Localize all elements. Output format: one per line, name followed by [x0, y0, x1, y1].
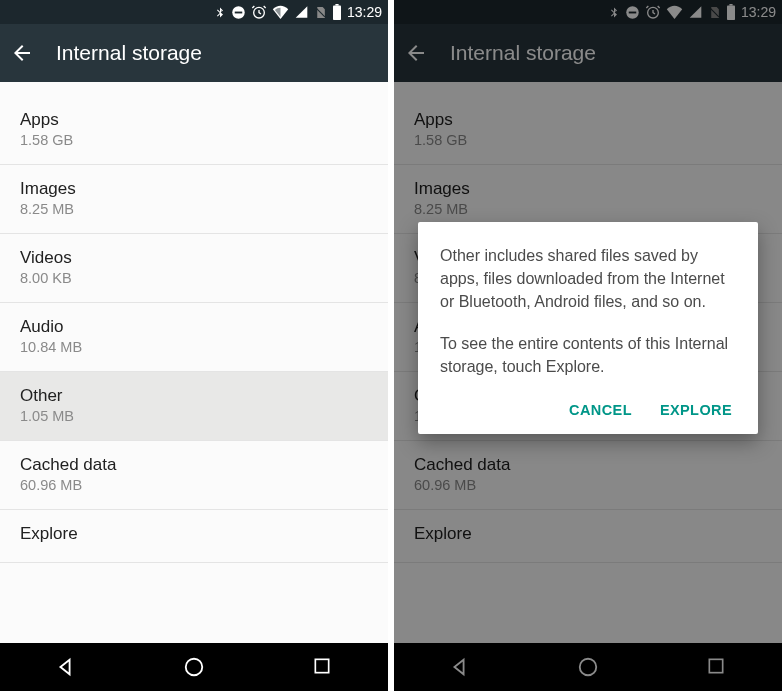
- back-icon[interactable]: [10, 41, 34, 65]
- nav-recent-icon[interactable]: [312, 656, 334, 678]
- row-title: Images: [20, 179, 368, 199]
- row-sub: 8.25 MB: [20, 201, 368, 217]
- phone-right: 13:29 Internal storage Apps1.58 GB Image…: [394, 0, 782, 691]
- cancel-button[interactable]: CANCEL: [569, 402, 632, 418]
- alarm-icon: [251, 4, 267, 20]
- bluetooth-icon: [214, 5, 226, 20]
- svg-rect-4: [335, 4, 338, 6]
- clock-text: 13:29: [347, 4, 382, 20]
- svg-point-5: [186, 659, 203, 676]
- svg-rect-3: [333, 6, 341, 20]
- nav-home-icon[interactable]: [183, 656, 205, 678]
- wifi-icon: [272, 5, 289, 19]
- page-title: Internal storage: [56, 41, 202, 65]
- row-title: Audio: [20, 317, 368, 337]
- row-videos[interactable]: Videos8.00 KB: [0, 234, 388, 303]
- dnd-icon: [231, 5, 246, 20]
- dialog-text-2: To see the entire contents of this Inter…: [440, 332, 736, 378]
- row-images[interactable]: Images8.25 MB: [0, 165, 388, 234]
- status-bar: 13:29: [0, 0, 388, 24]
- row-sub: 60.96 MB: [20, 477, 368, 493]
- row-title: Explore: [20, 524, 368, 544]
- row-sub: 8.00 KB: [20, 270, 368, 286]
- svg-rect-1: [235, 11, 243, 13]
- dialog-actions: CANCEL EXPLORE: [440, 396, 736, 424]
- other-info-dialog: Other includes shared files saved by app…: [418, 222, 758, 434]
- storage-list: Apps1.58 GB Images8.25 MB Videos8.00 KB …: [0, 82, 388, 643]
- row-apps[interactable]: Apps1.58 GB: [0, 96, 388, 165]
- no-sim-icon: [314, 5, 327, 20]
- row-explore[interactable]: Explore: [0, 510, 388, 563]
- svg-rect-6: [316, 659, 329, 672]
- signal-icon: [294, 5, 309, 19]
- row-title: Cached data: [20, 455, 368, 475]
- row-sub: 1.05 MB: [20, 408, 368, 424]
- row-sub: 1.58 GB: [20, 132, 368, 148]
- row-cached[interactable]: Cached data60.96 MB: [0, 441, 388, 510]
- navbar: [0, 643, 388, 691]
- explore-button[interactable]: EXPLORE: [660, 402, 732, 418]
- battery-icon: [332, 4, 342, 20]
- row-sub: 10.84 MB: [20, 339, 368, 355]
- phone-left: 13:29 Internal storage Apps1.58 GB Image…: [0, 0, 388, 691]
- row-other[interactable]: Other1.05 MB: [0, 372, 388, 441]
- row-title: Other: [20, 386, 368, 406]
- row-title: Videos: [20, 248, 368, 268]
- nav-back-icon[interactable]: [54, 656, 76, 678]
- row-title: Apps: [20, 110, 368, 130]
- app-bar: Internal storage: [0, 24, 388, 82]
- row-audio[interactable]: Audio10.84 MB: [0, 303, 388, 372]
- dialog-text-1: Other includes shared files saved by app…: [440, 244, 736, 314]
